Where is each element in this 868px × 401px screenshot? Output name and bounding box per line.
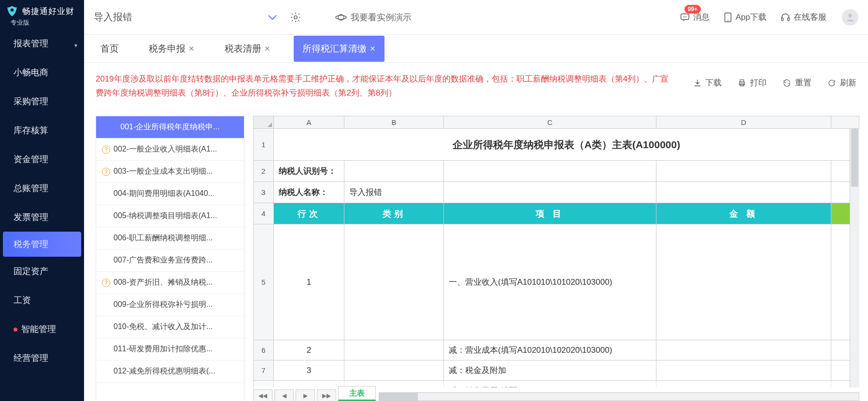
cell[interactable] (344, 161, 444, 181)
row-header[interactable]: 6 (254, 340, 274, 360)
col-header[interactable]: D (656, 116, 831, 128)
form-list-item[interactable]: 004-期间费用明细表(A1040... (96, 183, 244, 205)
tab[interactable]: 首页 (94, 37, 126, 61)
demo-link[interactable]: 我要看实例演示 (335, 12, 412, 23)
cell[interactable] (344, 360, 444, 380)
form-list-label: 005-纳税调整项目明细表(A1... (114, 211, 217, 220)
refresh-button[interactable]: 刷新 (827, 77, 856, 88)
cell[interactable]: 1 (274, 224, 344, 340)
header-cell[interactable]: 行次 (274, 203, 344, 224)
sheet-nav-first-icon[interactable]: ◀◀ (253, 389, 272, 401)
form-list-item[interactable]: 005-纳税调整项目明细表(A1... (96, 205, 244, 227)
form-list-label: 003-一般企业成本支出明细... (114, 167, 213, 175)
sidebar-item[interactable]: 小畅电商 (0, 58, 84, 87)
cell[interactable] (444, 182, 656, 203)
cell[interactable] (656, 360, 831, 380)
settings-gear-icon[interactable] (290, 12, 301, 23)
col-header[interactable]: C (444, 116, 656, 128)
row-header[interactable]: 1 (254, 129, 274, 160)
row: 7 3 减：税金及附加 (254, 360, 859, 381)
form-list-item[interactable]: ?002-一般企业收入明细表(A1... (96, 138, 244, 161)
avatar[interactable] (842, 9, 858, 26)
breadcrumb-chevron-icon[interactable] (268, 14, 277, 21)
sheet-nav-last-icon[interactable]: ▶▶ (317, 389, 336, 401)
sidebar-item[interactable]: 报表管理▾ (0, 33, 84, 58)
cell[interactable]: 减：税金及附加 (444, 360, 656, 380)
sidebar-item[interactable]: 采购管理 (0, 87, 84, 116)
form-list-label: 002-一般企业收入明细表(A1... (114, 145, 217, 153)
cell[interactable] (344, 340, 444, 360)
form-list-item[interactable]: 007-广告费和业务宣传费跨... (96, 249, 244, 272)
row-header[interactable]: 5 (254, 224, 274, 340)
form-list-item[interactable]: 010-免税、减计收入及加计... (96, 316, 244, 338)
support-button[interactable]: 在线客服 (780, 12, 826, 23)
select-all-corner[interactable] (254, 116, 274, 128)
cell[interactable] (344, 224, 444, 340)
sidebar-item-label: 固定资产 (14, 266, 48, 276)
sidebar-item[interactable]: 资金管理 (0, 145, 84, 174)
scrollbar-thumb[interactable] (851, 129, 858, 187)
header-cell[interactable]: 金 额 (656, 203, 831, 224)
header-row: 4 行次 类别 项 目 金 额 (254, 203, 859, 224)
form-list-label: 007-广告费和业务宣传费跨... (114, 256, 213, 264)
col-header[interactable] (831, 116, 859, 128)
sidebar-item[interactable]: 库存核算 (0, 116, 84, 145)
cell[interactable] (656, 182, 831, 203)
reset-button[interactable]: 重置 (782, 77, 811, 88)
row-header[interactable]: 2 (254, 161, 274, 181)
horizontstyle-scrollbar[interactable] (379, 392, 859, 401)
print-button[interactable]: 打印 (737, 77, 767, 88)
sidebar-item[interactable]: 发票管理 (0, 203, 84, 232)
cell[interactable]: 2 (274, 340, 344, 360)
row-header[interactable]: 7 (254, 360, 274, 380)
scrollbar-thumb[interactable] (379, 393, 418, 401)
col-header[interactable]: B (344, 116, 444, 128)
sheet-nav-prev-icon[interactable]: ◀ (274, 389, 294, 401)
sidebar-item[interactable]: 经营管理 (0, 344, 84, 373)
cell[interactable]: 导入报错 (344, 182, 444, 203)
sidebar-item[interactable]: 智能管理 (0, 315, 84, 344)
cell[interactable] (656, 340, 831, 360)
cell[interactable]: 纳税人名称： (274, 182, 344, 203)
close-icon[interactable]: ✕ (188, 44, 195, 53)
cell[interactable]: 减：营业成本(填写A102010\102020\103000) (444, 340, 656, 360)
row-header[interactable]: 4 (254, 203, 274, 224)
col-header[interactable]: A (274, 116, 344, 128)
form-list-item[interactable]: 012-减免所得税优惠明细表(... (96, 360, 244, 383)
tab[interactable]: 所得税汇算清缴✕ (294, 36, 384, 62)
cell[interactable] (444, 161, 656, 181)
sheet-nav-next-icon[interactable]: ▶ (296, 389, 315, 401)
sheet-title[interactable]: 企业所得税年度纳税申报表（A类）主表(A100000) (274, 129, 859, 160)
sidebar-item[interactable]: 工资 (0, 286, 84, 315)
tab[interactable]: 税务申报✕ (142, 37, 201, 61)
row-header[interactable]: 3 (254, 182, 274, 203)
sidebar-item[interactable]: 固定资产 (0, 257, 84, 286)
sidebar-item-label: 资金管理 (14, 154, 48, 164)
tab-label: 税表清册 (225, 42, 261, 55)
download-icon (693, 79, 702, 87)
close-icon[interactable]: ✕ (264, 44, 270, 53)
form-list-item[interactable]: 011-研发费用加计扣除优惠... (96, 338, 244, 360)
close-icon[interactable]: ✕ (370, 44, 376, 53)
sidebar-item[interactable]: 税务管理 (3, 232, 81, 257)
form-list-item[interactable]: ?008-资产折旧、摊销及纳税... (96, 272, 244, 294)
cell[interactable] (656, 224, 831, 340)
cell[interactable]: 一、营业收入(填写A101010\101020\103000) (444, 224, 656, 340)
sidebar-item[interactable]: 总账管理 (0, 174, 84, 203)
form-list-item[interactable]: 009-企业所得税弥补亏损明... (96, 294, 244, 316)
download-button[interactable]: 下载 (693, 77, 722, 88)
messages-button[interactable]: 99+ 消息 (680, 12, 710, 23)
header-cell[interactable]: 类别 (344, 203, 444, 224)
header-cell[interactable]: 项 目 (444, 203, 656, 224)
cell[interactable]: 纳税人识别号： (274, 161, 344, 181)
form-list-item[interactable]: 001-企业所得税年度纳税申... (96, 116, 244, 138)
topbar: 导入报错 我要看实例演示 99+ 消息 App下载 在线客服 (84, 0, 868, 35)
form-list-item[interactable]: 006-职工薪酬纳税调整明细... (96, 227, 244, 249)
cell[interactable]: 3 (274, 360, 344, 380)
sheet-tab[interactable]: 主表 (338, 386, 376, 401)
vertical-scrollbar[interactable] (850, 129, 859, 387)
form-list-item[interactable]: ?003-一般企业成本支出明细... (96, 161, 244, 183)
tab[interactable]: 税表清册✕ (218, 37, 277, 61)
app-download-button[interactable]: App下载 (723, 12, 767, 23)
cell[interactable] (656, 161, 831, 181)
